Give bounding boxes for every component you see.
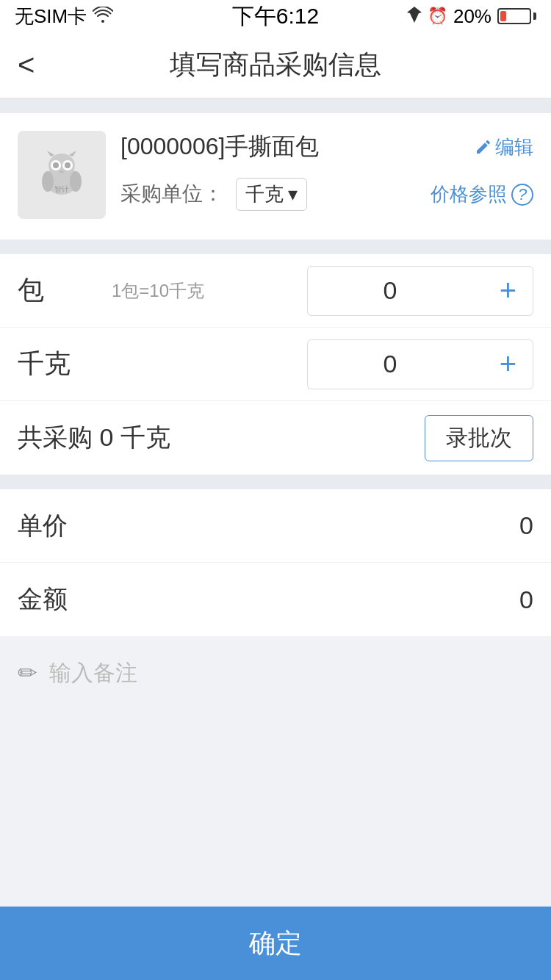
remarks-placeholder: 输入备注: [49, 658, 137, 688]
edit-button[interactable]: 编辑: [475, 134, 533, 160]
qty-label-kg: 千克: [18, 346, 106, 382]
batch-button[interactable]: 录批次: [425, 415, 533, 461]
qty-plus-kg[interactable]: +: [483, 339, 533, 389]
svg-point-10: [70, 171, 82, 192]
amount-value: 0: [519, 586, 533, 614]
owl-logo: 智计: [32, 145, 91, 204]
unit-label: 采购单位：: [120, 182, 223, 205]
mid-divider-2: [0, 475, 551, 489]
svg-marker-2: [47, 151, 54, 156]
amount-label: 金额: [18, 583, 68, 616]
qty-input-kg[interactable]: [307, 339, 483, 389]
status-right: ⏰ 20%: [407, 5, 536, 28]
unit-price-row: 单价 0: [0, 489, 551, 563]
qty-sublabel-bag: 1包=10千克: [112, 279, 204, 303]
qty-label-bag: 包: [18, 273, 106, 309]
price-info-section: 单价 0 金额 0: [0, 489, 551, 636]
carrier-text: 无SIM卡: [15, 4, 87, 29]
back-button[interactable]: <: [18, 48, 35, 82]
price-ref-icon: ?: [511, 184, 533, 206]
battery-percentage: 20%: [453, 5, 491, 28]
qty-input-wrap-bag: +: [204, 266, 533, 316]
status-time: 下午6:12: [232, 1, 319, 32]
confirm-button-label: 确定: [249, 926, 302, 962]
price-reference-button[interactable]: 价格参照 ?: [431, 181, 533, 207]
svg-point-6: [53, 162, 59, 168]
amount-row: 金额 0: [0, 563, 551, 636]
qty-input-wrap-kg: +: [106, 339, 533, 389]
product-name: [0000006]手撕面包: [120, 131, 319, 163]
qty-input-bag[interactable]: [307, 266, 483, 316]
status-left: 无SIM卡: [15, 4, 113, 29]
top-divider: [0, 98, 551, 113]
product-info: [0000006]手撕面包 编辑 采购单位： 千克 ▾ 价格参照 ?: [120, 131, 533, 211]
svg-marker-3: [69, 151, 76, 156]
unit-dropdown[interactable]: 千克 ▾: [236, 178, 307, 211]
summary-text: 共采购 0 千克: [18, 421, 170, 455]
remarks-section[interactable]: ✏ 输入备注: [0, 636, 551, 710]
nav-bar: < 填写商品采购信息: [0, 32, 551, 98]
svg-point-7: [65, 162, 71, 168]
mid-divider-1: [0, 239, 551, 254]
confirm-button[interactable]: 确定: [0, 907, 551, 980]
battery-icon: [497, 8, 536, 24]
alarm-icon: ⏰: [428, 7, 447, 26]
product-card: 智计 [0000006]手撕面包 编辑 采购单位： 千克 ▾: [0, 113, 551, 239]
location-icon: [407, 5, 422, 28]
qty-plus-bag[interactable]: +: [483, 266, 533, 316]
page-title: 填写商品采购信息: [170, 47, 381, 83]
svg-text:智计: 智计: [54, 185, 69, 193]
quantity-row-kg: 千克 +: [0, 328, 551, 401]
unit-selector[interactable]: 采购单位： 千克 ▾: [120, 178, 307, 211]
unit-price-value: 0: [519, 511, 533, 540]
wifi-icon: [93, 5, 113, 28]
unit-price-label: 单价: [18, 509, 68, 543]
quantity-section: 包 1包=10千克 + 千克 +: [0, 254, 551, 401]
summary-row: 共采购 0 千克 录批次: [0, 401, 551, 475]
pencil-icon: ✏: [18, 659, 37, 687]
status-bar: 无SIM卡 下午6:12 ⏰ 20%: [0, 0, 551, 32]
quantity-row-bag: 包 1包=10千克 +: [0, 254, 551, 328]
product-thumbnail: 智计: [18, 131, 106, 219]
bottom-spacer: [0, 710, 551, 930]
svg-point-9: [42, 171, 54, 192]
